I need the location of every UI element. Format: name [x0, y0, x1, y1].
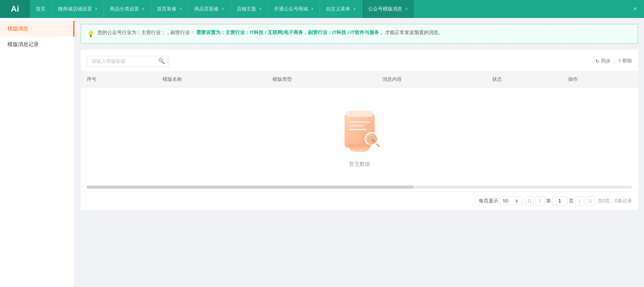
empty-state-row: 🔍 暂无数据 — [81, 87, 638, 183]
search-icon[interactable]: 🔍 — [158, 58, 165, 64]
nav-tab-custom-menu[interactable]: 自定义菜单× — [320, 0, 362, 18]
nav-tab-label: 首页装修 — [157, 6, 176, 12]
page-input[interactable] — [552, 196, 567, 205]
horizontal-scrollbar[interactable] — [87, 186, 632, 189]
page-unit: 页 — [569, 198, 574, 204]
scrollbar-area — [81, 183, 638, 192]
nav-tab-close-open-mall[interactable]: × — [311, 6, 314, 12]
pagination: 每页显示 50 ∨ ⟨⟨ ⟨ 第 页 ⟩ ⟩⟩ 共0页，0条记录 — [81, 192, 638, 210]
alert-text: 您的公众号行业为：主营行业：，副营行业： 需要设置为：主营行业：IT科技 / 互… — [98, 29, 443, 37]
top-nav: Ai 首页微商城店铺设置×商品分类设置×首页装修×商品页装修×店铺主题×开通公众… — [0, 0, 644, 18]
per-page-label: 每页显示 — [479, 198, 498, 204]
nav-tab-label: 微商城店铺设置 — [58, 6, 92, 12]
nav-tab-close-custom-menu[interactable]: × — [353, 6, 356, 12]
empty-state: 🔍 暂无数据 — [81, 88, 638, 183]
scroll-line-1 — [349, 121, 370, 123]
col-header-status: 状态 — [486, 71, 562, 88]
app-logo: Ai — [0, 0, 30, 18]
table-header-row: 序号模版名称模版类型消息内容状态操作 — [81, 71, 638, 88]
col-header-template-name: 模版名称 — [157, 71, 266, 88]
nav-tab-close-homepage-decor[interactable]: × — [179, 6, 182, 12]
nav-tab-product-category[interactable]: 商品分类设置× — [104, 0, 151, 18]
nav-tab-close-wsc-settings[interactable]: × — [95, 6, 98, 12]
main-layout: 模版消息模版消息记录 💡 您的公众号行业为：主营行业：，副营行业： 需要设置为：… — [0, 18, 644, 287]
scrollbar-thumb — [87, 186, 414, 189]
pager-controls: ⟨⟨ ⟨ 第 页 ⟩ ⟩⟩ — [525, 196, 595, 205]
content-area: 💡 您的公众号行业为：主营行业：，副营行业： 需要设置为：主营行业：IT科技 /… — [75, 18, 644, 287]
nav-tab-label: 开通公众号商城 — [274, 6, 308, 12]
nav-tab-open-mall[interactable]: 开通公众号商城× — [268, 0, 320, 18]
prev-page-button[interactable]: ⟨ — [536, 196, 545, 205]
help-icon: ? — [618, 58, 621, 64]
page-label: 第 — [546, 198, 551, 204]
col-header-seq: 序号 — [81, 71, 157, 88]
nav-tabs: 首页微商城店铺设置×商品分类设置×首页装修×商品页装修×店铺主题×开通公众号商城… — [30, 0, 626, 18]
toolbar-right: ↻ 同步 | ? 帮助 — [595, 58, 632, 64]
col-header-template-type: 模版类型 — [266, 71, 376, 88]
nav-tab-close-store-theme[interactable]: × — [259, 6, 262, 12]
page-size-dropdown[interactable]: 50 ∨ — [500, 196, 522, 205]
next-page-button[interactable]: ⟩ — [575, 196, 584, 205]
nav-tab-label: 自定义菜单 — [326, 6, 350, 12]
nav-tab-close-product-category[interactable]: × — [142, 6, 145, 12]
sidebar-item-template-msg[interactable]: 模版消息 — [0, 21, 74, 37]
help-label: 帮助 — [622, 58, 632, 64]
toolbar-divider: | — [614, 58, 615, 64]
search-input-wrapper: 🔍 — [87, 56, 169, 67]
bulb-icon: 💡 — [87, 29, 95, 39]
help-button[interactable]: ? 帮助 — [618, 58, 632, 64]
scroll-line-2 — [349, 125, 364, 126]
empty-scroll-icon: 🔍 — [345, 114, 375, 147]
sync-button[interactable]: ↻ 同步 — [595, 58, 611, 64]
sync-label: 同步 — [601, 58, 611, 64]
nav-tab-label: 公众号模版消息 — [368, 6, 402, 12]
page-size-value: 50 — [503, 198, 508, 204]
data-table: 序号模版名称模版类型消息内容状态操作 — [81, 71, 638, 183]
col-header-actions: 操作 — [562, 71, 638, 88]
scroll-line-3 — [349, 129, 367, 130]
nav-tab-label: 店铺主题 — [237, 6, 256, 12]
table-container: 🔍 ↻ 同步 | ? 帮助 — [81, 50, 638, 210]
nav-tab-wsc-settings[interactable]: 微商城店铺设置× — [52, 0, 104, 18]
chevron-down-icon: ∨ — [515, 198, 519, 204]
empty-text: 暂无数据 — [349, 161, 370, 168]
alert-highlight: 需要设置为：主营行业：IT科技 / 互联网|电子商务，副营行业：IT科技 / I… — [196, 30, 384, 35]
nav-tab-product-decor[interactable]: 商品页装修× — [188, 0, 231, 18]
close-all-tabs-button[interactable]: × — [626, 0, 644, 18]
magnify-icon: 🔍 — [365, 132, 378, 146]
scroll-lines — [349, 121, 370, 130]
table-body: 🔍 暂无数据 — [81, 87, 638, 183]
empty-illustration: 🔍 — [337, 110, 382, 155]
industry-alert-banner: 💡 您的公众号行业为：主营行业：，副营行业： 需要设置为：主营行业：IT科技 /… — [81, 24, 638, 44]
nav-tab-close-product-decor[interactable]: × — [222, 6, 224, 12]
sidebar-item-template-msg-records[interactable]: 模版消息记录 — [0, 37, 74, 52]
sidebar: 模版消息模版消息记录 — [0, 18, 75, 287]
page-size-select: 每页显示 50 ∨ — [479, 196, 522, 205]
nav-tab-store-theme[interactable]: 店铺主题× — [231, 0, 268, 18]
first-page-button[interactable]: ⟨⟨ — [525, 196, 534, 205]
total-info: 共0页，0条记录 — [598, 198, 632, 204]
nav-tab-label: 商品分类设置 — [110, 6, 139, 12]
last-page-button[interactable]: ⟩⟩ — [586, 196, 595, 205]
table-head: 序号模版名称模版类型消息内容状态操作 — [81, 71, 638, 88]
search-bar: 🔍 ↻ 同步 | ? 帮助 — [81, 50, 638, 71]
nav-tab-template-msg[interactable]: 公众号模版消息× — [362, 0, 414, 18]
nav-tab-label: 商品页装修 — [194, 6, 219, 12]
nav-tab-label: 首页 — [36, 6, 46, 12]
col-header-msg-content: 消息内容 — [376, 71, 486, 88]
search-input[interactable] — [87, 56, 169, 67]
nav-tab-homepage-decor[interactable]: 首页装修× — [151, 0, 188, 18]
sync-icon: ↻ — [595, 58, 600, 64]
nav-tab-close-template-msg[interactable]: × — [405, 6, 408, 12]
nav-tab-home[interactable]: 首页 — [30, 0, 52, 18]
